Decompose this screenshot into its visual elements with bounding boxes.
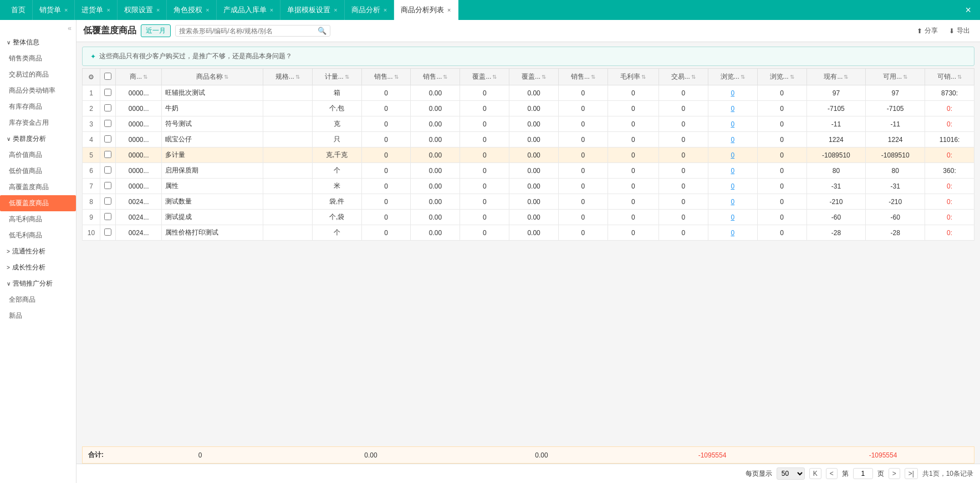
sidebar-item-category-rate[interactable]: 商品分类动销率 [0, 83, 76, 99]
sidebar-section-flow[interactable]: > 流通性分析 [0, 243, 76, 260]
prev-page-button[interactable]: < [826, 468, 838, 479]
col-sales-qty[interactable]: 销售...⇅ [361, 69, 411, 85]
search-input[interactable] [179, 27, 318, 35]
sidebar-section-abundance[interactable]: ∨ 类群度分析 [0, 131, 76, 147]
col-code[interactable]: 商...⇅ [116, 69, 162, 85]
row-checkbox[interactable] [104, 228, 111, 236]
share-button[interactable]: ⬆ 分享 [913, 25, 941, 37]
sidebar-item-low-value[interactable]: 低价值商品 [0, 163, 76, 179]
nav-close-product-analysis[interactable]: × [384, 7, 387, 13]
sidebar-section-growth[interactable]: > 成长性分析 [0, 260, 76, 276]
col-cov1[interactable]: 覆盖...⇅ [460, 69, 509, 85]
row-view1[interactable]: 0 [708, 85, 757, 101]
view-link[interactable]: 0 [731, 120, 734, 128]
row-checkbox-cell[interactable] [100, 194, 116, 210]
time-filter-button[interactable]: 近一月 [141, 24, 171, 37]
col-checkbox[interactable] [100, 69, 116, 85]
col-available[interactable]: 可用...⇅ [866, 69, 925, 85]
row-checkbox-cell[interactable] [100, 225, 116, 241]
select-all-checkbox[interactable] [104, 73, 111, 80]
col-view1[interactable]: 浏览...⇅ [708, 69, 757, 85]
view-link[interactable]: 0 [731, 198, 734, 206]
row-checkbox-cell[interactable] [100, 132, 116, 148]
sidebar-item-sales-products[interactable]: 销售类商品 [0, 50, 76, 67]
nav-analysis-list[interactable]: 商品分析列表 × [394, 0, 458, 20]
row-view1[interactable]: 0 [708, 148, 757, 163]
view-link[interactable]: 0 [731, 213, 734, 221]
sidebar-collapse-btn[interactable]: « [0, 22, 76, 34]
row-checkbox-cell[interactable] [100, 148, 116, 163]
row-checkbox[interactable] [104, 182, 111, 189]
row-view1[interactable]: 0 [708, 210, 757, 225]
row-view1[interactable]: 0 [708, 225, 757, 241]
nav-sales-order[interactable]: 销货单 × [33, 0, 75, 20]
col-sales-count[interactable]: 销售...⇅ [559, 69, 608, 85]
row-checkbox[interactable] [104, 197, 111, 205]
page-number-input[interactable] [853, 468, 873, 479]
row-view1[interactable]: 0 [708, 101, 757, 116]
sidebar-section-marketing[interactable]: ∨ 营销推广分析 [0, 276, 76, 292]
sidebar-item-high-gross[interactable]: 高毛利商品 [0, 211, 76, 227]
col-current[interactable]: 现有...⇅ [807, 69, 866, 85]
page-size-select[interactable]: 50100200 [777, 467, 805, 480]
row-checkbox-cell[interactable] [100, 179, 116, 194]
row-checkbox[interactable] [104, 151, 111, 158]
nav-close-sales-order[interactable]: × [64, 7, 68, 13]
row-checkbox-cell[interactable] [100, 85, 116, 101]
nav-close-analysis-list[interactable]: × [447, 7, 451, 13]
view-link[interactable]: 0 [731, 229, 734, 237]
nav-product-inbound[interactable]: 产成品入库单 × [217, 0, 280, 20]
row-view1[interactable]: 0 [708, 194, 757, 210]
row-checkbox[interactable] [104, 104, 111, 111]
nav-close-product-inbound[interactable]: × [270, 7, 273, 13]
nav-role-auth[interactable]: 角色授权 × [167, 0, 216, 20]
nav-home[interactable]: 首页 [4, 0, 33, 20]
row-view1[interactable]: 0 [708, 179, 757, 194]
nav-product-analysis[interactable]: 商品分析 × [345, 0, 394, 20]
sidebar-item-low-gross[interactable]: 低毛利商品 [0, 227, 76, 243]
export-button[interactable]: ⬇ 导出 [946, 25, 973, 37]
col-sellable[interactable]: 可销...⇅ [925, 69, 974, 85]
col-unit[interactable]: 计量...⇅ [312, 69, 361, 85]
col-name[interactable]: 商品名称⇅ [162, 69, 263, 85]
view-link[interactable]: 0 [731, 151, 734, 159]
table-container[interactable]: ⚙ 商...⇅ 商品名称⇅ 规格...⇅ 计量...⇅ 销售...⇅ 销售...… [82, 68, 974, 446]
nav-template-settings[interactable]: 单据模板设置 × [280, 0, 344, 20]
col-spec[interactable]: 规格...⇅ [263, 69, 312, 85]
view-link[interactable]: 0 [731, 136, 734, 144]
col-gross-rate[interactable]: 毛利率⇅ [608, 69, 659, 85]
row-checkbox-cell[interactable] [100, 101, 116, 116]
row-view1[interactable]: 0 [708, 132, 757, 148]
nav-permissions[interactable]: 权限设置 × [118, 0, 167, 20]
nav-close-all[interactable]: × [961, 4, 976, 16]
nav-close-purchase[interactable]: × [106, 7, 110, 13]
col-cov2[interactable]: 覆盖...⇅ [509, 69, 559, 85]
view-link[interactable]: 0 [731, 167, 734, 175]
row-checkbox-cell[interactable] [100, 163, 116, 179]
col-setting[interactable]: ⚙ [83, 69, 100, 85]
sidebar-item-high-coverage[interactable]: 高覆盖度商品 [0, 179, 76, 195]
col-trade[interactable]: 交易...⇅ [659, 69, 708, 85]
row-checkbox[interactable] [104, 135, 111, 143]
sidebar-section-overall[interactable]: ∨ 整体信息 [0, 34, 76, 50]
sidebar-item-high-value[interactable]: 高价值商品 [0, 147, 76, 163]
row-view1[interactable]: 0 [708, 163, 757, 179]
view-link[interactable]: 0 [731, 89, 734, 97]
sidebar-item-with-stock[interactable]: 有库存商品 [0, 99, 76, 115]
col-sales-amt[interactable]: 销售...⇅ [411, 69, 460, 85]
sidebar-item-stock-capital[interactable]: 库存资金占用 [0, 115, 76, 131]
view-link[interactable]: 0 [731, 182, 734, 190]
row-checkbox[interactable] [104, 166, 111, 174]
row-checkbox[interactable] [104, 120, 111, 127]
sidebar-item-low-coverage[interactable]: 低覆盖度商品 [0, 195, 76, 211]
view-link[interactable]: 0 [731, 105, 734, 113]
first-page-button[interactable]: K [809, 468, 821, 479]
row-checkbox-cell[interactable] [100, 116, 116, 132]
next-page-button[interactable]: > [889, 468, 900, 479]
row-checkbox[interactable] [104, 213, 111, 220]
last-page-button[interactable]: >| [905, 468, 918, 479]
sidebar-item-all-products[interactable]: 全部商品 [0, 292, 76, 308]
sidebar-item-new-products[interactable]: 新品 [0, 308, 76, 324]
nav-close-role-auth[interactable]: × [206, 7, 209, 13]
nav-close-permissions[interactable]: × [156, 7, 160, 13]
